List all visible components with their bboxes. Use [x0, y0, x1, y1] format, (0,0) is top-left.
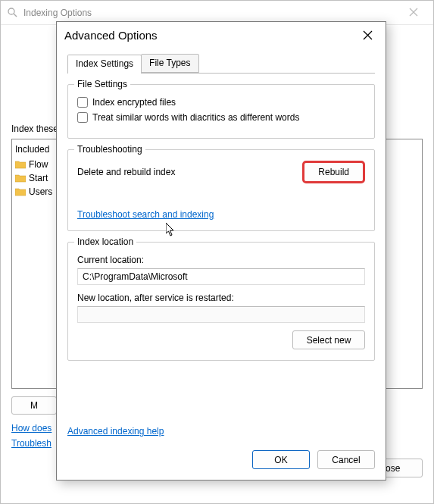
troubleshoot-link[interactable]: Troublesh	[11, 438, 52, 449]
index-encrypted-label: Index encrypted files	[92, 97, 176, 108]
current-location-label: Current location:	[77, 255, 365, 265]
new-location-label: New location, after service is restarted…	[77, 293, 365, 303]
file-settings-legend: File Settings	[74, 79, 130, 89]
select-new-button[interactable]: Select new	[292, 330, 365, 349]
diacritics-label: Treat similar words with diacritics as d…	[92, 112, 299, 123]
folder-icon	[15, 187, 26, 196]
diacritics-checkbox[interactable]	[77, 112, 88, 123]
tabstrip: Index Settings File Types	[67, 54, 375, 74]
delete-rebuild-label: Delete and rebuild index	[77, 167, 175, 177]
parent-title: Indexing Options	[20, 8, 398, 18]
tab-index-settings[interactable]: Index Settings	[67, 55, 142, 74]
list-item-label: Flow	[29, 159, 48, 170]
svg-line-1	[14, 14, 17, 17]
troubleshoot-search-link[interactable]: Troubleshoot search and indexing	[77, 209, 214, 220]
search-glass-icon	[5, 7, 20, 19]
list-item-label: Start	[29, 173, 48, 183]
diacritics-row[interactable]: Treat similar words with diacritics as d…	[77, 112, 365, 123]
file-settings-group: File Settings Index encrypted files Trea…	[67, 84, 375, 139]
list-item-label: Users	[29, 186, 52, 197]
svg-point-0	[8, 8, 14, 14]
modal-footer: Advanced indexing help OK Cancel	[57, 418, 386, 480]
index-encrypted-checkbox[interactable]	[77, 97, 88, 108]
advanced-indexing-help-link[interactable]: Advanced indexing help	[67, 426, 375, 437]
troubleshooting-group: Troubleshooting Delete and rebuild index…	[67, 149, 375, 231]
ok-button[interactable]: OK	[252, 450, 310, 469]
cancel-button[interactable]: Cancel	[317, 450, 375, 469]
current-location-field	[77, 268, 365, 285]
tab-file-types[interactable]: File Types	[141, 54, 198, 73]
modify-button[interactable]: M	[11, 396, 57, 415]
modal-title: Advanced Options	[64, 29, 357, 42]
index-encrypted-row[interactable]: Index encrypted files	[77, 97, 365, 108]
new-location-field	[77, 306, 365, 323]
folder-icon	[15, 174, 26, 183]
modal-body: Index Settings File Types File Settings …	[57, 48, 386, 418]
close-icon[interactable]	[398, 6, 429, 20]
troubleshooting-legend: Troubleshooting	[74, 144, 145, 155]
advanced-options-dialog: Advanced Options Index Settings File Typ…	[56, 21, 386, 481]
close-icon[interactable]	[357, 30, 378, 40]
modal-titlebar: Advanced Options	[57, 22, 386, 48]
index-location-group: Index location Current location: New loc…	[67, 242, 375, 361]
rebuild-button[interactable]: Rebuild	[302, 161, 365, 183]
index-location-legend: Index location	[74, 236, 136, 247]
folder-icon	[15, 160, 26, 169]
how-does-link[interactable]: How does	[11, 423, 52, 434]
